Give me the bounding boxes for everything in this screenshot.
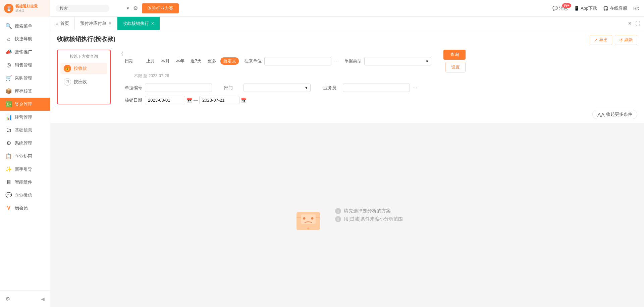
sidebar-item-label: 畅会员 bbox=[15, 205, 28, 211]
empty-texts: 1 请先选择要分析的方案 2 用[过滤]条件来缩小分析范围 bbox=[335, 208, 403, 222]
sidebar-item-operations[interactable]: 📊 经营管理 bbox=[0, 111, 50, 124]
sidebar-item-label: 新手引导 bbox=[15, 166, 32, 172]
export-button[interactable]: ↗ 导出 bbox=[590, 35, 612, 45]
counterparty-field: 往来单位 ··· bbox=[244, 57, 338, 65]
system-icon: ⚙ bbox=[5, 140, 12, 146]
doc-type-select[interactable]: ▾ bbox=[364, 57, 431, 65]
date-custom[interactable]: 自定义 bbox=[220, 57, 239, 65]
staff-picker-icon[interactable]: ··· bbox=[413, 85, 417, 91]
svg-point-4 bbox=[311, 217, 314, 220]
verify-date-end-cal-icon[interactable]: 📅 bbox=[241, 98, 247, 103]
sidebar-item-label: 企业微信 bbox=[15, 192, 32, 198]
filter-left-panel: 按以下方案查询 💰 按收款 ⏱ 按应收 bbox=[57, 50, 111, 104]
sidebar-item-label: 经营管理 bbox=[15, 114, 32, 120]
empty-svg bbox=[291, 198, 325, 232]
date-more[interactable]: 更多 bbox=[206, 57, 218, 65]
sidebar-item-marketing[interactable]: 📣 营销推广 bbox=[0, 45, 50, 58]
tab-collect[interactable]: 收款核销执行 ✕ bbox=[117, 17, 160, 30]
filter-by-collection[interactable]: 💰 按收款 bbox=[60, 63, 107, 74]
topbar-dropdown-btn[interactable]: ▾ bbox=[127, 6, 129, 11]
sidebar-item-label: 库存核算 bbox=[15, 88, 32, 94]
page-header-actions: ↗ 导出 ↺ 刷新 bbox=[590, 35, 637, 50]
maximize-window-icon[interactable]: ⛶ bbox=[635, 21, 640, 26]
svg-rect-2 bbox=[301, 214, 316, 224]
collapse-more-button[interactable]: ⋀⋀ 收起更多条件 bbox=[592, 110, 637, 119]
member-icon: V bbox=[5, 205, 12, 211]
tab-collect-close[interactable]: ✕ bbox=[151, 21, 154, 26]
sidebar-collapse-icon[interactable]: ◀ bbox=[41, 296, 45, 302]
sidebar-item-finance[interactable]: 💹 资金管理 bbox=[0, 98, 50, 111]
step-2-circle: 2 bbox=[335, 216, 341, 222]
export-label: 导出 bbox=[599, 37, 608, 43]
filter-panel-collapse-btn[interactable]: 《 bbox=[117, 50, 125, 58]
dept-field: 部门 ▾ bbox=[224, 84, 318, 92]
sidebar-item-search-menu[interactable]: 🔍 搜索菜单 bbox=[0, 19, 50, 33]
service-icon: 🎧 bbox=[603, 6, 608, 11]
refresh-icon: ↺ bbox=[619, 38, 623, 43]
tab-home[interactable]: ⌂ 首页 bbox=[50, 17, 75, 30]
message-btn[interactable]: 💬 消息 99+ bbox=[552, 5, 568, 11]
date-last-month[interactable]: 上月 bbox=[144, 57, 157, 65]
user-menu[interactable]: Rit bbox=[633, 6, 639, 11]
tabbar: ⌂ 首页 预付冲应付单 ✕ 收款核销执行 ✕ ✕ ⛶ bbox=[50, 17, 644, 30]
date-this-month[interactable]: 本月 bbox=[159, 57, 172, 65]
basic-info-icon: 🗂 bbox=[5, 127, 12, 133]
app-download-btn[interactable]: 📱 App下载 bbox=[574, 5, 597, 11]
sidebar-item-system[interactable]: ⚙ 系统管理 bbox=[0, 137, 50, 150]
search-input[interactable] bbox=[56, 5, 109, 12]
verify-date-start-cal-icon[interactable]: 📅 bbox=[186, 98, 192, 103]
date-label: 日期 bbox=[125, 58, 142, 64]
industry-btn[interactable]: 体验行业方案 bbox=[142, 3, 179, 13]
content-area: 收款核销执行(按收款) ↗ 导出 ↺ 刷新 按以下方案查询 💰 按收款 bbox=[50, 30, 644, 307]
sidebar-item-label: 系统管理 bbox=[15, 140, 32, 146]
staff-input[interactable] bbox=[343, 84, 410, 92]
filter-row-2: 单据编号 部门 ▾ 业务员 ··· bbox=[125, 84, 637, 92]
service-btn[interactable]: 🎧 在线客服 bbox=[603, 5, 627, 11]
receivable-icon: ⏱ bbox=[64, 78, 71, 86]
refresh-label: 刷新 bbox=[624, 37, 633, 43]
sidebar-item-guide[interactable]: ✨ 新手引导 bbox=[0, 163, 50, 176]
date-shortcut-group: 上月 本月 本年 近7天 更多 自定义 bbox=[144, 57, 239, 65]
sidebar-item-enterprise[interactable]: 📋 企业协同 bbox=[0, 150, 50, 163]
topbar-search-area bbox=[56, 5, 123, 12]
verify-date-field: 核销日期 📅 — 📅 bbox=[125, 96, 247, 104]
sidebar-item-label: 搜索菜单 bbox=[15, 23, 32, 29]
app-label: App下载 bbox=[581, 5, 597, 11]
home-icon: ⌂ bbox=[56, 21, 58, 26]
dept-select[interactable]: ▾ bbox=[244, 84, 311, 92]
counterparty-input[interactable] bbox=[264, 57, 331, 65]
sidebar-item-quick-nav[interactable]: ⌂ 快捷导航 bbox=[0, 33, 50, 45]
date-this-year[interactable]: 本年 bbox=[174, 57, 186, 65]
sidebar-item-basic-info[interactable]: 🗂 基础信息 bbox=[0, 124, 50, 137]
refresh-button[interactable]: ↺ 刷新 bbox=[615, 35, 637, 45]
gear-icon[interactable]: ⚙ bbox=[133, 5, 138, 11]
verify-date-start-input[interactable] bbox=[145, 96, 185, 104]
collapse-more-row: ⋀⋀ 收起更多条件 bbox=[50, 110, 644, 123]
sidebar-item-label: 企业协同 bbox=[15, 153, 32, 159]
tab-prepay-close[interactable]: ✕ bbox=[108, 21, 112, 26]
sidebar-item-purchase[interactable]: 🛒 采购管理 bbox=[0, 71, 50, 85]
sidebar-item-wechat[interactable]: 💬 企业微信 bbox=[0, 189, 50, 202]
doc-no-field: 单据编号 bbox=[125, 84, 219, 92]
counterparty-picker-icon[interactable]: ··· bbox=[334, 58, 338, 64]
query-button[interactable]: 查询 bbox=[443, 50, 466, 60]
chevron-up-icon: ⋀⋀ bbox=[597, 112, 605, 117]
quick-nav-icon: ⌂ bbox=[5, 36, 12, 42]
sidebar-item-label: 销售管理 bbox=[15, 62, 32, 68]
setting-button[interactable]: 设置 bbox=[445, 62, 466, 72]
close-window-icon[interactable]: ✕ bbox=[628, 21, 632, 26]
empty-illustration bbox=[291, 198, 325, 232]
filter-by-receivable[interactable]: ⏱ 按应收 bbox=[60, 76, 107, 88]
verify-date-end-input[interactable] bbox=[199, 96, 239, 104]
doc-no-input[interactable] bbox=[145, 84, 212, 92]
sidebar-settings-icon[interactable]: ⚙ bbox=[5, 296, 10, 302]
inventory-icon: 📦 bbox=[5, 88, 12, 94]
tab-prepay[interactable]: 预付冲应付单 ✕ bbox=[75, 17, 117, 30]
sidebar-item-inventory[interactable]: 📦 库存核算 bbox=[0, 85, 50, 98]
empty-step-2: 2 用[过滤]条件来缩小分析范围 bbox=[335, 216, 403, 222]
sidebar-item-member[interactable]: V 畅会员 bbox=[0, 202, 50, 214]
sidebar-item-hardware[interactable]: 🖥 智能硬件 bbox=[0, 176, 50, 189]
sidebar-item-sales[interactable]: ◎ 销售管理 bbox=[0, 58, 50, 71]
empty-state-content: 1 请先选择要分析的方案 2 用[过滤]条件来缩小分析范围 bbox=[291, 198, 403, 232]
date-last-7days[interactable]: 近7天 bbox=[189, 57, 204, 65]
